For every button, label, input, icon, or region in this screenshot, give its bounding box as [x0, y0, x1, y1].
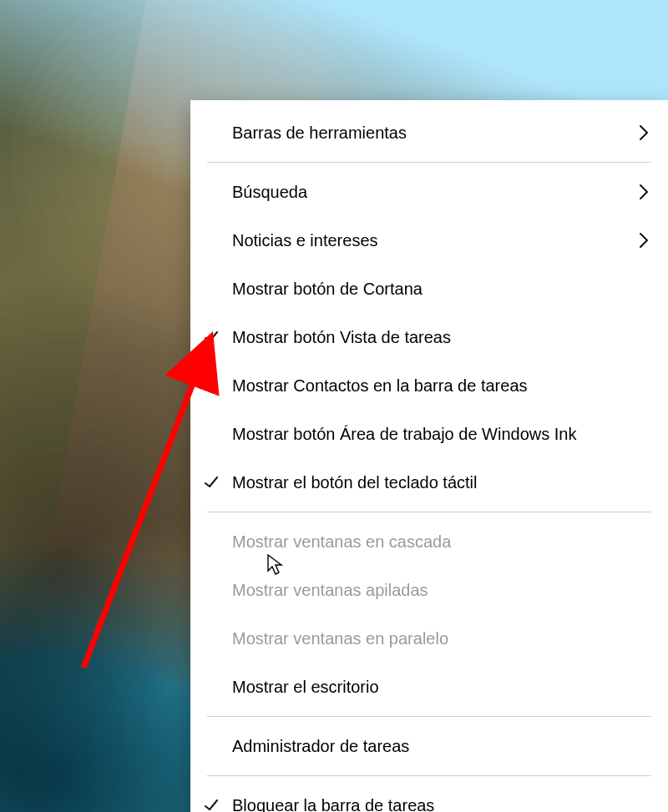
- menu-item: Mostrar ventanas en paralelo: [190, 614, 668, 663]
- menu-item-label: Barras de herramientas: [232, 124, 630, 143]
- checkmark-icon: [203, 474, 220, 491]
- menu-separator: [207, 512, 651, 512]
- chevron-right-icon: [630, 231, 650, 250]
- menu-item-label: Mostrar ventanas en cascada: [232, 532, 650, 552]
- menu-item-leading: [190, 797, 232, 812]
- menu-item-label: Mostrar el escritorio: [232, 678, 650, 697]
- checkmark-icon: [203, 329, 220, 345]
- menu-item-label: Mostrar botón Vista de tareas: [232, 328, 650, 347]
- chevron-right-icon: [630, 183, 650, 201]
- menu-item: Mostrar ventanas en cascada: [190, 517, 668, 566]
- menu-item-leading: [190, 329, 232, 345]
- menu-item-label: Administrador de tareas: [232, 737, 650, 756]
- menu-item-label: Búsqueda: [232, 183, 630, 202]
- chevron-right-icon: [630, 124, 650, 142]
- menu-item[interactable]: Búsqueda: [190, 168, 668, 216]
- menu-item-label: Mostrar ventanas en paralelo: [232, 629, 650, 648]
- menu-item[interactable]: Mostrar el botón del teclado táctil: [190, 458, 668, 507]
- menu-item-label: Mostrar Contactos en la barra de tareas: [232, 376, 650, 396]
- menu-item[interactable]: Administrador de tareas: [190, 722, 668, 770]
- menu-item-label: Mostrar ventanas apiladas: [232, 581, 650, 600]
- menu-item-label: Noticias e intereses: [232, 231, 630, 250]
- menu-item-label: Bloquear la barra de tareas: [232, 796, 650, 813]
- taskbar-context-menu: Barras de herramientasBúsquedaNoticias e…: [190, 100, 668, 812]
- menu-separator: [207, 162, 651, 163]
- menu-item[interactable]: Noticias e intereses: [190, 216, 668, 265]
- menu-item-label: Mostrar el botón del teclado táctil: [232, 473, 650, 492]
- menu-item[interactable]: Mostrar botón de Cortana: [190, 265, 668, 313]
- menu-item[interactable]: Mostrar botón Área de trabajo de Windows…: [190, 410, 668, 458]
- menu-item: Mostrar ventanas apiladas: [190, 566, 668, 614]
- menu-separator: [207, 716, 651, 717]
- menu-item[interactable]: Mostrar botón Vista de tareas: [190, 313, 668, 361]
- menu-separator: [207, 775, 651, 776]
- menu-item-leading: [190, 474, 232, 491]
- menu-item[interactable]: Barras de herramientas: [190, 108, 668, 157]
- menu-item-label: Mostrar botón de Cortana: [232, 280, 650, 299]
- menu-item-label: Mostrar botón Área de trabajo de Windows…: [232, 425, 650, 444]
- menu-item[interactable]: Bloquear la barra de tareas: [190, 781, 668, 812]
- menu-item[interactable]: Mostrar el escritorio: [190, 663, 668, 711]
- checkmark-icon: [203, 797, 220, 812]
- menu-item[interactable]: Mostrar Contactos en la barra de tareas: [190, 361, 668, 410]
